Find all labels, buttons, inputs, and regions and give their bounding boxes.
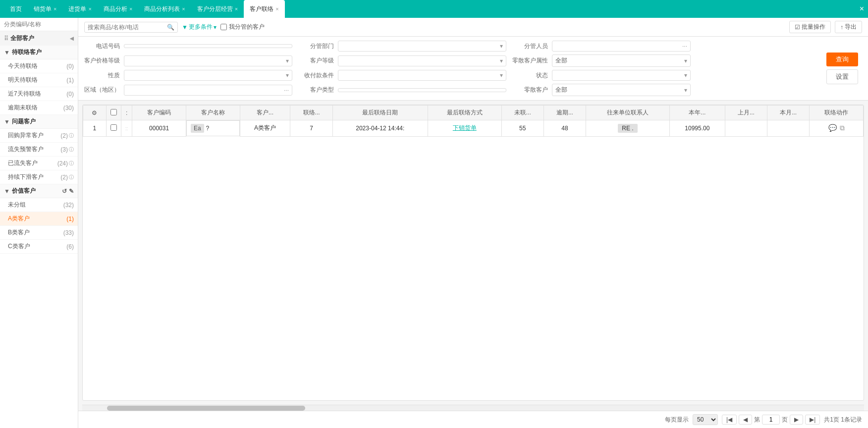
first-page-btn[interactable]: |◀ <box>722 415 737 425</box>
th-last-month[interactable]: 上月... <box>725 106 767 120</box>
sidebar-churned[interactable]: 已流失客户 (24) ⓘ <box>0 157 78 170</box>
cell-name[interactable]: Ea ? <box>186 120 240 136</box>
th-settings[interactable]: ⚙ <box>83 106 107 120</box>
th-overdue[interactable]: 逾期... <box>543 106 586 120</box>
manager-input[interactable]: ··· <box>552 41 691 52</box>
table-footer: 每页显示 50 100 200 |◀ ◀ 第 页 ▶ ▶| 共1页 1条记录 <box>78 411 868 428</box>
nav-home[interactable]: 首页 <box>4 0 28 18</box>
link-action-icon[interactable]: ⧉ <box>840 124 845 132</box>
status-arrow-icon: ▾ <box>684 72 687 79</box>
price-grade-input[interactable]: ▾ <box>124 55 292 66</box>
problem-triangle-icon: ▼ <box>4 118 10 125</box>
phone-input[interactable] <box>124 44 292 48</box>
pending-contact-group[interactable]: ▼ 待联络客户 <box>0 46 78 59</box>
nav-product-list[interactable]: 商品分析列表 × <box>138 0 191 18</box>
search-input[interactable] <box>88 24 167 31</box>
edit-icon[interactable]: ✎ <box>69 188 74 195</box>
all-customers-header[interactable]: ⠿ 全部客户 ◀ <box>0 31 78 46</box>
horizontal-scrollbar[interactable] <box>82 405 864 411</box>
sidebar-c-class[interactable]: C类客户 (6) <box>0 240 78 254</box>
payment-arrow-icon: ▾ <box>500 72 503 79</box>
th-checkbox[interactable] <box>106 106 121 120</box>
my-customers-checkbox[interactable]: 我分管的客户 <box>220 23 265 31</box>
select-all-checkbox[interactable] <box>110 109 117 115</box>
problem-customers-group[interactable]: ▼ 问题客户 <box>0 115 78 129</box>
checkbox-icon: ☑ <box>795 24 800 31</box>
cell-last-method[interactable]: 下销货单 <box>428 120 501 137</box>
th-type[interactable]: 客户... <box>240 106 290 120</box>
page-number-input[interactable] <box>762 415 780 425</box>
payment-input[interactable]: ▾ <box>338 70 506 81</box>
close-all-button[interactable]: × <box>860 4 864 13</box>
dept-input[interactable]: ▾ <box>338 41 506 52</box>
nav-purchase[interactable]: 进货单 × <box>62 0 97 18</box>
th-last-method[interactable]: 最后联络方式 <box>428 106 501 120</box>
nav-customer-segment[interactable]: 客户分层经营 × <box>191 0 244 18</box>
more-conditions-btn[interactable]: ▼ 更多条件 ▾ <box>182 23 217 31</box>
retail-attr-input[interactable]: 全部 ▾ <box>552 54 691 67</box>
filter-right-actions: ☑ 批量操作 ↑ 导出 <box>789 21 862 33</box>
sidebar-search-input[interactable] <box>4 21 78 28</box>
my-customers-check[interactable] <box>220 24 227 30</box>
th-person[interactable]: 往来单位联系人 <box>586 106 670 120</box>
nav-customer-contact[interactable]: 客户联络 × <box>244 0 284 18</box>
top-nav: 首页 销货单 × 进货单 × 商品分析 × 商品分析列表 × 客户分层经营 × … <box>0 0 868 18</box>
prev-page-btn[interactable]: ◀ <box>739 415 752 425</box>
sidebar-repurchase-abnormal[interactable]: 回购异常客户 (2) ⓘ <box>0 129 78 143</box>
sidebar-today-contact[interactable]: 今天待联络 (0) <box>0 59 78 73</box>
next-page-btn[interactable]: ▶ <box>790 415 803 425</box>
th-code[interactable]: 客户编码 <box>132 106 186 120</box>
nav-customer-segment-close[interactable]: × <box>235 6 238 12</box>
query-button[interactable]: 查询 <box>826 53 858 66</box>
per-page-select[interactable]: 50 100 200 <box>693 414 718 425</box>
th-name[interactable]: 客户名称 <box>186 106 240 120</box>
nature-input[interactable]: ▾ <box>124 70 292 81</box>
sidebar-no-group[interactable]: 未分组 (32) <box>0 198 78 212</box>
last-page-btn[interactable]: ▶| <box>805 415 820 425</box>
cell-last-month <box>725 120 767 137</box>
th-action: 联络动作 <box>810 106 864 120</box>
export-button[interactable]: ↑ 导出 <box>835 21 862 33</box>
dept-label: 分管部门 <box>298 42 338 51</box>
th-last-date[interactable]: 最后联络日期 <box>332 106 428 120</box>
scrollbar-thumb[interactable] <box>107 406 305 411</box>
cell-checkbox[interactable] <box>106 120 121 137</box>
customer-type-input[interactable] <box>338 88 506 92</box>
status-input[interactable]: ▾ <box>552 70 691 81</box>
row-checkbox[interactable] <box>110 124 117 131</box>
setting-button[interactable]: 设置 <box>826 69 858 84</box>
content-area: 🔍 ▼ 更多条件 ▾ 我分管的客户 ☑ 批量操作 ↑ 导出 <box>78 18 868 428</box>
sidebar-overdue-contact[interactable]: 逾期未联络 (30) <box>0 101 78 115</box>
nav-purchase-close[interactable]: × <box>88 6 91 12</box>
sidebar-collapse-btn[interactable]: ◀ <box>70 36 74 41</box>
sidebar-a-class[interactable]: A类客户 (1) <box>0 212 78 226</box>
nav-product-analysis[interactable]: 商品分析 × <box>98 0 138 18</box>
retail-customer-input[interactable]: 全部 ▾ <box>552 84 691 96</box>
th-not-contact[interactable]: 未联... <box>501 106 543 120</box>
nav-sales-close[interactable]: × <box>54 6 56 12</box>
customer-grade-input[interactable]: ▾ <box>338 55 506 66</box>
th-this-year[interactable]: 本年... <box>669 106 725 120</box>
search-icon[interactable]: 🔍 <box>167 24 174 31</box>
value-customers-group[interactable]: ▼ 价值客户 ↺ ✎ <box>0 184 78 198</box>
th-this-month[interactable]: 本月... <box>767 106 810 120</box>
nav-sales[interactable]: 销货单 × <box>28 0 62 18</box>
manager-label: 分管人员 <box>512 42 552 51</box>
th-contact[interactable]: 联络... <box>290 106 332 120</box>
sidebar-tomorrow-contact[interactable]: 明天待联络 (1) <box>0 73 78 87</box>
cell-action: 💬 ⧉ <box>810 120 864 137</box>
sidebar-churn-warning[interactable]: 流失预警客户 (3) ⓘ <box>0 143 78 157</box>
nature-label: 性质 <box>84 71 124 80</box>
refresh-icon[interactable]: ↺ <box>62 188 67 195</box>
nav-customer-contact-close[interactable]: × <box>275 6 278 12</box>
sidebar-declining[interactable]: 持续下滑客户 (2) ⓘ <box>0 170 78 184</box>
export-icon: ↑ <box>840 24 843 31</box>
cell-this-year: 10995.00 <box>669 120 725 137</box>
sidebar-7day-contact[interactable]: 近7天待联络 (0) <box>0 87 78 101</box>
chat-action-icon[interactable]: 💬 <box>828 124 837 132</box>
region-input[interactable]: ··· <box>124 85 292 96</box>
sidebar-b-class[interactable]: B类客户 (33) <box>0 226 78 240</box>
nav-product-analysis-close[interactable]: × <box>129 6 132 12</box>
nav-product-list-close[interactable]: × <box>182 6 185 12</box>
batch-ops-button[interactable]: ☑ 批量操作 <box>789 21 831 33</box>
